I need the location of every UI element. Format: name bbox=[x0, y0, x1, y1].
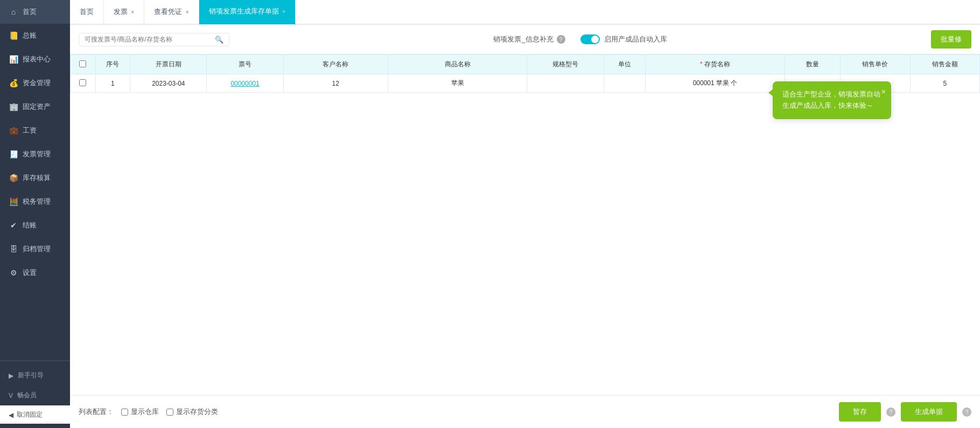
sidebar-item-label-invoices: 发票管理 bbox=[23, 149, 51, 159]
sidebar-item-invoices[interactable]: 🧾 发票管理 bbox=[0, 142, 70, 166]
tab-home-tab[interactable]: 首页 bbox=[70, 0, 104, 24]
tab-voucher-tab[interactable]: 查看凭证× bbox=[144, 0, 199, 24]
cell-product: 苹果 bbox=[388, 74, 527, 93]
generate-help-icon[interactable]: ? bbox=[962, 408, 971, 417]
sidebar-item-label-ledger: 总账 bbox=[23, 31, 37, 40]
tax-icon: 🧮 bbox=[9, 197, 18, 206]
sidebar-item-settings[interactable]: ⚙ 设置 bbox=[0, 261, 70, 285]
main-area: 首页发票×查看凭证×销项发票生成库存单据× 🔍 销项发票_信息补充 ? 启用产成… bbox=[70, 0, 980, 428]
sidebar-item-label-archive: 归档管理 bbox=[23, 244, 51, 254]
row-checkbox[interactable] bbox=[79, 79, 86, 86]
guide-icon: ▶ bbox=[9, 372, 13, 379]
tab-invoice-tab[interactable]: 发票× bbox=[104, 0, 144, 24]
cell-number[interactable]: 00000001 bbox=[207, 74, 283, 93]
sidebar-item-home[interactable]: ⌂ 首页 bbox=[0, 0, 70, 24]
sidebar-item-label-inventory: 库存核算 bbox=[23, 173, 51, 183]
sidebar-item-funds[interactable]: 💰 资金管理 bbox=[0, 71, 70, 95]
info-label: 销项发票_信息补充 bbox=[493, 34, 553, 44]
cancel-fixed-label: 取消固定 bbox=[17, 410, 43, 419]
cell-amount: 5 bbox=[910, 74, 979, 93]
settings-icon: ⚙ bbox=[9, 268, 18, 277]
save-button[interactable]: 暂存 bbox=[839, 402, 881, 422]
sidebar-item-archive[interactable]: 🗄 归档管理 bbox=[0, 237, 70, 261]
cell-unit bbox=[604, 74, 646, 93]
col-number: 票号 bbox=[207, 55, 283, 74]
sidebar-item-settle[interactable]: ✔ 结账 bbox=[0, 213, 70, 237]
invoices-icon: 🧾 bbox=[9, 150, 18, 158]
sidebar-item-reports[interactable]: 📊 报表中心 bbox=[0, 47, 70, 71]
generate-button[interactable]: 生成单据 bbox=[901, 402, 957, 422]
cell-date: 2023-03-04 bbox=[130, 74, 207, 93]
show-category-label[interactable]: 显示存货分类 bbox=[166, 407, 218, 417]
col-seq: 序号 bbox=[95, 55, 130, 74]
cell-spec bbox=[527, 74, 604, 93]
cell-seq: 1 bbox=[95, 74, 130, 93]
sidebar-item-tax[interactable]: 🧮 税务管理 bbox=[0, 190, 70, 213]
batch-button[interactable]: 批量修 bbox=[931, 30, 971, 49]
sidebar-bottom: ▶ 新手引导 V 畅会员 ◀ 取消固定 bbox=[0, 361, 70, 428]
tooltip-close-button[interactable]: × bbox=[881, 86, 886, 98]
cancel-fixed-button[interactable]: ◀ 取消固定 bbox=[0, 405, 70, 424]
content-area: 🔍 销项发票_信息补充 ? 启用产成品自动入库 批量修 序号开票日期票号客户名称… bbox=[70, 25, 980, 428]
sidebar-item-payroll[interactable]: 💼 工资 bbox=[0, 119, 70, 142]
col-quantity: 数量 bbox=[785, 55, 840, 74]
col-price: 销售单价 bbox=[841, 55, 910, 74]
ledger-icon: 📒 bbox=[9, 31, 18, 40]
cell-customer: 12 bbox=[283, 74, 388, 93]
col-date: 开票日期 bbox=[130, 55, 207, 74]
sidebar-item-vip[interactable]: V 畅会员 bbox=[0, 385, 70, 405]
settle-icon: ✔ bbox=[9, 221, 18, 230]
cancel-fixed-icon: ◀ bbox=[9, 411, 13, 419]
tooltip-popup: × 适合生产型企业，销项发票自动生成产成品入库，快来体验～ bbox=[773, 81, 891, 119]
cell-checkbox bbox=[71, 74, 96, 93]
home-icon: ⌂ bbox=[9, 8, 18, 16]
sidebar-item-inventory[interactable]: 📦 库存核算 bbox=[0, 166, 70, 190]
vip-icon: V bbox=[9, 392, 13, 399]
sidebar-item-label-reports: 报表中心 bbox=[23, 54, 51, 64]
sidebar-item-label-assets: 固定资产 bbox=[23, 102, 51, 112]
tab-close-invoice-tab[interactable]: × bbox=[131, 9, 134, 15]
sidebar-item-label-payroll: 工资 bbox=[23, 126, 37, 135]
search-icon: 🔍 bbox=[215, 36, 223, 44]
tab-label-home-tab: 首页 bbox=[80, 7, 94, 17]
sidebar: ⌂ 首页 📒 总账 📊 报表中心 💰 资金管理 🏢 固定资产 💼 工资 🧾 发票… bbox=[0, 0, 70, 428]
tab-close-voucher-tab[interactable]: × bbox=[185, 9, 188, 15]
col-spec: 规格型号 bbox=[527, 55, 604, 74]
show-warehouse-label[interactable]: 显示仓库 bbox=[121, 407, 159, 417]
cell-inventory: 000001 苹果 个 bbox=[646, 74, 785, 93]
bottom-actions: 暂存 ? 生成单据 ? bbox=[839, 402, 971, 422]
info-section: 销项发票_信息补充 ? bbox=[493, 34, 565, 44]
save-help-icon[interactable]: ? bbox=[886, 408, 895, 417]
show-warehouse-text: 显示仓库 bbox=[131, 407, 159, 417]
sidebar-bottom-label-vip: 畅会员 bbox=[17, 391, 37, 400]
config-label: 列表配置： bbox=[79, 407, 114, 417]
info-help-icon[interactable]: ? bbox=[557, 35, 565, 44]
search-input[interactable] bbox=[85, 36, 212, 43]
assets-icon: 🏢 bbox=[9, 102, 18, 111]
sidebar-item-assets[interactable]: 🏢 固定资产 bbox=[0, 95, 70, 119]
sidebar-item-label-settle: 结账 bbox=[23, 220, 37, 230]
tab-close-cancel-invoice-tab[interactable]: × bbox=[282, 8, 285, 15]
tab-label-voucher-tab: 查看凭证 bbox=[154, 7, 182, 17]
tab-cancel-invoice-tab[interactable]: 销项发票生成库存单据× bbox=[199, 0, 296, 24]
col-customer: 客户名称 bbox=[283, 55, 388, 74]
toggle-label: 启用产成品自动入库 bbox=[604, 34, 667, 44]
sidebar-item-label-tax: 税务管理 bbox=[23, 197, 51, 206]
search-box[interactable]: 🔍 bbox=[79, 33, 229, 46]
sidebar-item-label-home: 首页 bbox=[23, 7, 37, 17]
archive-icon: 🗄 bbox=[9, 245, 18, 253]
show-category-checkbox[interactable] bbox=[166, 409, 173, 416]
reports-icon: 📊 bbox=[9, 55, 18, 64]
list-config: 列表配置： 显示仓库 显示存货分类 bbox=[79, 407, 218, 417]
sidebar-item-newbie[interactable]: ▶ 新手引导 bbox=[0, 365, 70, 385]
sidebar-item-label-funds: 资金管理 bbox=[23, 78, 51, 88]
sidebar-item-ledger[interactable]: 📒 总账 bbox=[0, 24, 70, 47]
select-all-checkbox[interactable] bbox=[79, 60, 86, 67]
payroll-icon: 💼 bbox=[9, 126, 18, 135]
col-checkbox bbox=[71, 55, 96, 74]
toolbar: 🔍 销项发票_信息补充 ? 启用产成品自动入库 批量修 bbox=[70, 25, 980, 54]
show-warehouse-checkbox[interactable] bbox=[121, 409, 128, 416]
auto-instock-toggle[interactable] bbox=[580, 34, 600, 44]
tab-bar: 首页发票×查看凭证×销项发票生成库存单据× bbox=[70, 0, 980, 25]
show-category-text: 显示存货分类 bbox=[176, 407, 218, 417]
